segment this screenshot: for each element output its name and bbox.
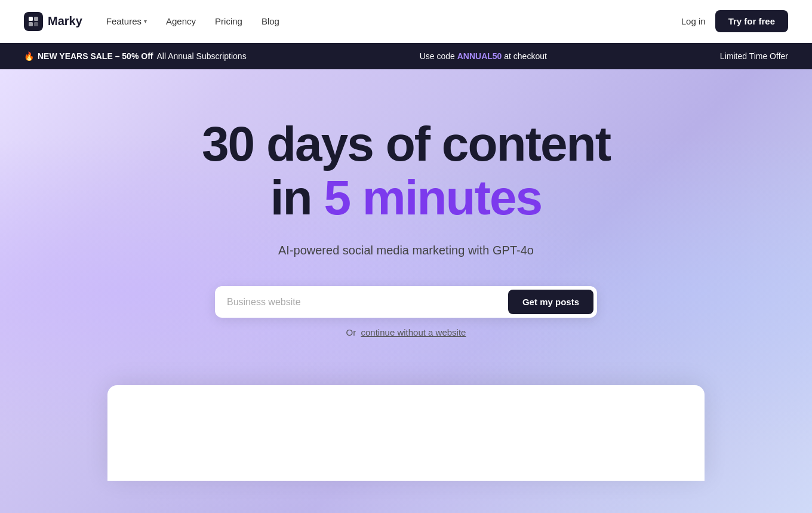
continue-without-website-link[interactable]: continue without a website: [361, 327, 466, 337]
try-free-button[interactable]: Try for free: [715, 10, 788, 32]
banner-left: 🔥 NEW YEARS SALE – 50% Off All Annual Su…: [24, 51, 247, 61]
svg-rect-3: [34, 22, 38, 26]
use-code-suffix: at checkout: [504, 51, 547, 61]
nav-pricing[interactable]: Pricing: [215, 16, 242, 26]
logo[interactable]: Marky: [24, 12, 82, 31]
login-button[interactable]: Log in: [681, 16, 706, 26]
sale-text-regular: All Annual Subscriptions: [156, 51, 246, 61]
sale-banner: 🔥 NEW YEARS SALE – 50% Off All Annual Su…: [0, 43, 812, 69]
nav-features[interactable]: Features ▾: [106, 16, 147, 26]
banner-right: Limited Time Offer: [720, 51, 788, 61]
sale-text-bold: NEW YEARS SALE – 50% Off: [38, 51, 153, 61]
use-code-prefix: Use code: [420, 51, 455, 61]
hero-subtitle: AI-powered social media marketing with G…: [202, 244, 610, 257]
business-website-input[interactable]: [227, 297, 508, 308]
logo-icon: [24, 12, 43, 31]
hero-title-line2-prefix: in: [270, 170, 324, 225]
logo-text: Marky: [48, 14, 82, 28]
svg-rect-1: [34, 17, 38, 21]
navbar-left: Marky Features ▾ Agency Pricing Blog: [24, 12, 279, 31]
features-label: Features: [106, 16, 142, 26]
navbar: Marky Features ▾ Agency Pricing Blog Log…: [0, 0, 812, 43]
get-posts-button[interactable]: Get my posts: [508, 290, 593, 314]
navbar-right: Log in Try for free: [681, 10, 788, 32]
or-label: Or: [346, 327, 356, 337]
svg-rect-0: [29, 17, 33, 21]
hero-preview-card: [107, 385, 705, 481]
fire-emoji: 🔥: [24, 51, 34, 61]
banner-center: Use code ANNUAL50 at checkout: [420, 51, 547, 61]
hero-title-highlight: 5 minutes: [324, 170, 542, 225]
hero-title: 30 days of content in 5 minutes: [202, 117, 610, 225]
nav-agency[interactable]: Agency: [166, 16, 196, 26]
hero-or-text: Or continue without a website: [202, 327, 610, 337]
hero-content: 30 days of content in 5 minutes AI-power…: [202, 117, 610, 373]
svg-rect-2: [29, 22, 33, 26]
hero-section: 30 days of content in 5 minutes AI-power…: [0, 69, 812, 513]
hero-form: Get my posts: [215, 286, 597, 318]
nav-blog[interactable]: Blog: [262, 16, 279, 26]
chevron-down-icon: ▾: [144, 18, 147, 24]
promo-code: ANNUAL50: [457, 51, 502, 61]
hero-title-line1: 30 days of content: [202, 116, 610, 171]
limited-offer-text: Limited Time Offer: [720, 51, 788, 61]
nav-links: Features ▾ Agency Pricing Blog: [106, 16, 279, 26]
